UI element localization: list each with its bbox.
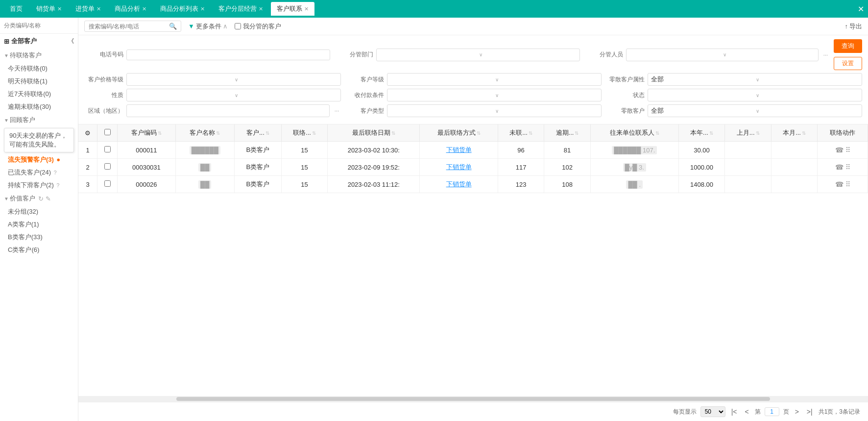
tab-analysis[interactable]: 商品分析 ✕ [109,2,152,16]
export-button[interactable]: ↑ 导出 [845,22,863,31]
col-name[interactable]: 客户名称⇅ [175,124,234,142]
refresh-icon[interactable]: ↻ [38,195,44,202]
col-code[interactable]: 客户编码⇅ [118,124,175,142]
payment-select[interactable]: ∨ [387,89,602,101]
sort-name-icon[interactable]: ⇅ [216,130,220,136]
tab-analysis-close[interactable]: ✕ [142,6,146,12]
sidebar-section-review[interactable]: ▼ 回顾客户 [0,113,78,127]
last-method-link-1[interactable]: 下销货单 [446,163,472,171]
sort-method-icon[interactable]: ⇅ [477,130,481,136]
tab-analysis-list[interactable]: 商品分析列表 ✕ [154,2,211,16]
row-checkbox-0[interactable] [97,142,118,159]
customer-level-select[interactable]: ∨ [387,73,602,86]
phone-action-icon-0[interactable]: ☎ [835,146,844,154]
col-this-year[interactable]: 本年...⇅ [678,124,725,142]
last-method-link-2[interactable]: 下销货单 [446,180,472,188]
sidebar-item-churned[interactable]: 已流失客户(24) ? [0,166,78,179]
tab-customer-segment-close[interactable]: ✕ [259,6,263,12]
my-customers-checkbox[interactable] [235,23,241,29]
sort-code-icon[interactable]: ⇅ [158,130,162,136]
sidebar-search-input[interactable] [4,22,77,29]
collapse-icon[interactable]: 《 [68,37,74,46]
col-contact-person[interactable]: 往来单位联系人⇅ [590,124,678,142]
select-all-checkbox[interactable] [104,129,111,135]
search-button-icon[interactable]: 🔍 [169,23,177,30]
query-button[interactable]: 查询 [834,39,862,53]
sort-uncontacted-icon[interactable]: ⇅ [529,130,532,136]
nature-select[interactable]: ∨ [126,89,341,101]
sidebar-item-c-class[interactable]: C类客户(6) [0,244,78,256]
status-select[interactable]: ∨ [648,89,862,101]
more-action-icon-1[interactable]: ⠿ [845,163,850,171]
sort-tmonth-icon[interactable]: ⇅ [802,130,806,136]
col-overdue[interactable]: 逾期...⇅ [544,124,590,142]
more-action-icon-2[interactable]: ⠿ [845,180,850,188]
phone-input[interactable] [126,50,330,60]
tab-sales-close[interactable]: ✕ [57,6,62,12]
region-select[interactable] [126,104,330,117]
sidebar-item-ungrouped[interactable]: 未分组(32) [0,205,78,218]
edit-icon[interactable]: ✎ [46,195,51,202]
sidebar-item-declining[interactable]: 持续下滑客户(2) ? [0,179,78,192]
tab-customer-contact-close[interactable]: ✕ [304,6,309,12]
sidebar-item-a-class[interactable]: A类客户(1) [0,218,78,231]
row-checkbox-2[interactable] [97,176,118,193]
close-window-icon[interactable]: ✕ [858,4,864,14]
col-settings[interactable]: ⚙ [78,124,97,142]
sidebar-item-overdue[interactable]: 逾期未联络(30) [0,100,78,113]
row-last-method-0[interactable]: 下销货单 [420,142,498,159]
scrollbar-thumb[interactable] [176,397,770,401]
question-icon[interactable]: ? [53,170,56,175]
more-conditions-btn[interactable]: ▼ 更多条件 ∧ [185,21,231,32]
price-level-select[interactable]: ∨ [126,73,341,86]
manager-more-icon[interactable]: ··· [821,52,830,58]
col-last-date[interactable]: 最后联络日期⇅ [328,124,420,142]
sidebar-item-b-class[interactable]: B类客户(33) [0,231,78,244]
col-type[interactable]: 客户...⇅ [234,124,281,142]
horizontal-scrollbar[interactable] [78,396,868,402]
scatter-attr-select[interactable]: 全部 ∨ [648,73,862,86]
tab-purchase-close[interactable]: ✕ [96,6,101,12]
last-page-btn[interactable]: >| [805,408,815,416]
tab-customer-segment[interactable]: 客户分层经营 ✕ [213,2,269,16]
search-input[interactable] [89,23,167,30]
next-page-btn[interactable]: > [793,408,801,416]
dept-select[interactable]: ∨ [376,49,580,61]
col-this-month[interactable]: 本月...⇅ [771,124,817,142]
my-customers-filter[interactable]: 我分管的客户 [235,22,281,31]
col-uncontacted[interactable]: 未联...⇅ [498,124,544,142]
sidebar-section-value[interactable]: ▼ 价值客户 ↻ ✎ [0,192,78,205]
settings-button[interactable]: 设置 [834,57,862,70]
region-more-icon[interactable]: ··· [333,108,341,114]
col-checkbox[interactable] [97,124,118,142]
sort-year-icon[interactable]: ⇅ [709,130,713,136]
col-last-month[interactable]: 上月...⇅ [725,124,771,142]
scatter-customer-select[interactable]: 全部 ∨ [648,104,862,117]
tab-customer-contact[interactable]: 客户联系 ✕ [271,2,314,16]
more-action-icon-0[interactable]: ⠿ [845,146,850,154]
all-customers-header[interactable]: ⊞ 全部客户 《 [0,34,78,49]
row-checkbox-1[interactable] [97,159,118,176]
sidebar-item-tomorrow[interactable]: 明天待联络(1) [0,75,78,88]
home-tab[interactable]: 首页 [4,4,28,13]
question-icon2[interactable]: ? [56,182,59,188]
tab-analysis-list-close[interactable]: ✕ [200,6,205,12]
row-last-method-2[interactable]: 下销货单 [420,176,498,193]
sort-date-icon[interactable]: ⇅ [391,130,395,136]
sort-contact-icon[interactable]: ⇅ [312,130,316,136]
row-last-method-1[interactable]: 下销货单 [420,159,498,176]
sidebar-section-pending[interactable]: ▼ 待联络客户 [0,49,78,62]
prev-page-btn[interactable]: < [743,408,750,416]
first-page-btn[interactable]: |< [729,408,739,416]
col-contact[interactable]: 联络...⇅ [281,124,327,142]
row-select-2[interactable] [104,180,111,187]
page-number-input[interactable] [765,407,779,416]
tab-sales[interactable]: 销货单 ✕ [30,2,68,16]
sidebar-item-today[interactable]: 今天待联络(0) [0,62,78,75]
sort-overdue-icon[interactable]: ⇅ [575,130,579,136]
sidebar-item-churn-warning[interactable]: 流失预警客户(3) ● [0,153,78,166]
row-select-0[interactable] [104,146,111,152]
sort-person-icon[interactable]: ⇅ [655,130,659,136]
last-method-link-0[interactable]: 下销货单 [446,146,472,153]
sidebar-item-7days[interactable]: 近7天待联络(0) [0,88,78,100]
